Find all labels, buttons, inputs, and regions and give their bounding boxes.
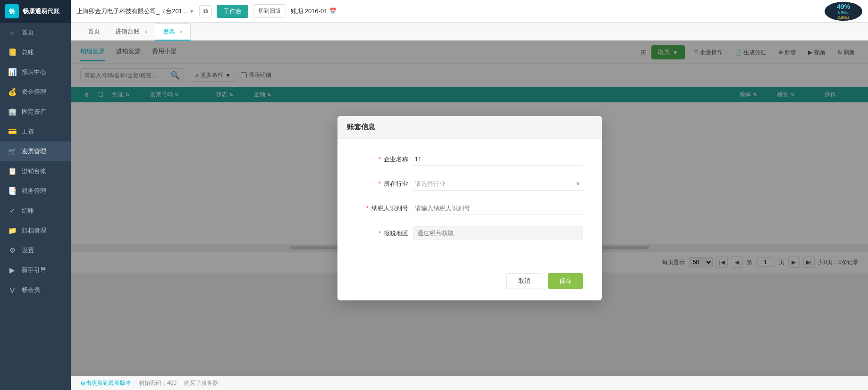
company-name-input[interactable] (413, 153, 583, 166)
sidebar-nav: ⌂首页📒总账📊报表中心💰资金管理🏢固定资产💳工资🛒发票管理📋进销台账📑税务管理✓… (0, 23, 71, 300)
workbench-button[interactable]: 工作台 (217, 5, 248, 18)
tab-home[interactable]: 首页 (80, 24, 108, 41)
tab-invoice[interactable]: 发票 × (155, 23, 191, 41)
company-chevron-icon: ▼ (189, 8, 194, 14)
period-label: 账期 (291, 7, 303, 16)
sidebar-item-guide[interactable]: ▶新手引导 (0, 260, 71, 280)
sidebar-title: 畅康通易代账 (23, 7, 59, 16)
speed-up: 8.5K/s (837, 10, 850, 15)
required-star: * (379, 156, 381, 163)
tax-id-label: * 纳税人识别号 (356, 204, 408, 213)
form-row-tax-id: * 纳税人识别号 (356, 202, 583, 215)
sidebar-icon-settle: ✓ (8, 207, 17, 215)
sidebar-label-home: 首页 (22, 28, 34, 37)
tax-region-input (413, 226, 583, 240)
modal-overlay: 账套信息 * 企业名称 * 所在行业 (71, 41, 868, 376)
sidebar-label-archive: 归档管理 (22, 226, 46, 235)
company-name: 上海卯金刀电子科技有限公司_（台201... (76, 7, 187, 16)
sidebar-item-home[interactable]: ⌂首页 (0, 23, 71, 42)
speed-down: 2.6K/s (837, 15, 850, 20)
account-info-modal: 账套信息 * 企业名称 * 所在行业 (337, 116, 602, 300)
modal-title: 账套信息 (337, 116, 602, 139)
sidebar-item-settle[interactable]: ✓结账 (0, 201, 71, 221)
sidebar-label-trade: 进销台账 (22, 167, 46, 175)
sidebar: 畅 畅康通易代账 ⌂首页📒总账📊报表中心💰资金管理🏢固定资产💳工资🛒发票管理📋进… (0, 0, 71, 390)
update-link[interactable]: 点击更新到最新版本 (80, 379, 131, 387)
period-value: 2016-01 (305, 8, 328, 15)
network-percent: 49% (837, 3, 850, 10)
sidebar-item-vip[interactable]: V畅会员 (0, 280, 71, 300)
calendar-icon[interactable]: 📅 (329, 8, 337, 15)
sidebar-label-ledger: 总账 (22, 48, 34, 57)
sidebar-label-tax: 税务管理 (22, 187, 46, 195)
main-area: 上海卯金刀电子科技有限公司_（台201... ▼ ⧉ 工作台 切到旧版 账期 2… (71, 0, 868, 390)
topbar: 上海卯金刀电子科技有限公司_（台201... ▼ ⧉ 工作台 切到旧版 账期 2… (71, 0, 868, 23)
sidebar-item-funds[interactable]: 💰资金管理 (0, 82, 71, 102)
tax-region-label: * 报税地区 (356, 229, 408, 238)
sidebar-icon-vip: V (8, 286, 17, 294)
bottom-info1: 初始密码：400 (139, 379, 177, 387)
tab-bar: 首页 进销台账 × 发票 × (71, 23, 868, 41)
old-version-button[interactable]: 切到旧版 (253, 4, 286, 18)
network-widget: 49% 8.5K/s 2.6K/s (825, 2, 862, 21)
industry-select[interactable]: 请选择行业 (415, 180, 575, 187)
sidebar-icon-reports: 📊 (8, 68, 17, 76)
sidebar-item-assets[interactable]: 🏢固定资产 (0, 102, 71, 122)
form-row-company: * 企业名称 (356, 153, 583, 166)
form-row-industry: * 所在行业 请选择行业 ▼ (356, 177, 583, 191)
sidebar-label-salary: 工资 (22, 127, 34, 136)
sidebar-icon-settings: ⚙ (8, 246, 17, 255)
company-name-label: * 企业名称 (356, 155, 408, 164)
sidebar-icon-invoice: 🛒 (8, 147, 17, 156)
sidebar-icon-trade: 📋 (8, 167, 17, 175)
period-info: 账期 2016-01 📅 (291, 7, 337, 16)
save-button[interactable]: 保存 (548, 273, 583, 289)
tab-trade-close-icon[interactable]: × (144, 29, 147, 34)
form-row-tax-region: * 报税地区 (356, 226, 583, 240)
modal-body: * 企业名称 * 所在行业 请选择行业 (337, 139, 602, 266)
sidebar-label-reports: 报表中心 (22, 68, 46, 76)
sidebar-label-settings: 设置 (22, 246, 34, 255)
company-selector[interactable]: 上海卯金刀电子科技有限公司_（台201... ▼ (76, 7, 194, 16)
sidebar-item-reports[interactable]: 📊报表中心 (0, 62, 71, 82)
cancel-button[interactable]: 取消 (506, 273, 542, 289)
sidebar-label-funds: 资金管理 (22, 88, 46, 96)
sidebar-label-vip: 畅会员 (22, 286, 40, 294)
bottom-bar: 点击更新到最新版本 初始密码：400 购买了服务器 (71, 376, 868, 390)
industry-chevron-icon: ▼ (575, 181, 581, 187)
sidebar-icon-archive: 📁 (8, 226, 17, 235)
sidebar-icon-guide: ▶ (8, 266, 17, 274)
sidebar-icon-ledger: 📒 (8, 48, 17, 57)
sidebar-item-ledger[interactable]: 📒总账 (0, 42, 71, 62)
required-star2: * (379, 180, 381, 187)
modal-footer: 取消 保存 (337, 266, 602, 300)
required-star4: * (379, 230, 381, 237)
sidebar-label-assets: 固定资产 (22, 108, 46, 116)
logo-icon: 畅 (5, 4, 19, 18)
bottom-info2: 购买了服务器 (184, 379, 218, 387)
sidebar-label-invoice: 发票管理 (22, 147, 46, 156)
sidebar-label-settle: 结账 (22, 207, 34, 215)
sidebar-item-trade[interactable]: 📋进销台账 (0, 161, 71, 181)
industry-select-wrap[interactable]: 请选择行业 ▼ (413, 177, 583, 191)
sidebar-icon-funds: 💰 (8, 88, 17, 96)
sidebar-icon-tax: 📑 (8, 187, 17, 195)
sidebar-icon-home: ⌂ (8, 29, 17, 37)
sidebar-header: 畅 畅康通易代账 (0, 0, 71, 23)
sidebar-item-settings[interactable]: ⚙设置 (0, 241, 71, 260)
tax-id-input[interactable] (413, 202, 583, 215)
content-area: 销项发票 进项发票 费用小票 ⊞ 取票 ▼ ☰ 批量操作 📄 (71, 41, 868, 376)
copy-button[interactable]: ⧉ (199, 5, 212, 17)
sidebar-item-salary[interactable]: 💳工资 (0, 122, 71, 141)
industry-label: * 所在行业 (356, 180, 408, 188)
sidebar-icon-assets: 🏢 (8, 108, 17, 116)
sidebar-item-tax[interactable]: 📑税务管理 (0, 181, 71, 201)
tab-invoice-close-icon[interactable]: × (180, 29, 183, 34)
sidebar-item-archive[interactable]: 📁归档管理 (0, 221, 71, 241)
sidebar-label-guide: 新手引导 (22, 266, 46, 274)
required-star3: * (366, 205, 369, 212)
sidebar-icon-salary: 💳 (8, 127, 17, 136)
tab-trade[interactable]: 进销台账 × (108, 24, 155, 41)
sidebar-item-invoice[interactable]: 🛒发票管理 (0, 141, 71, 161)
